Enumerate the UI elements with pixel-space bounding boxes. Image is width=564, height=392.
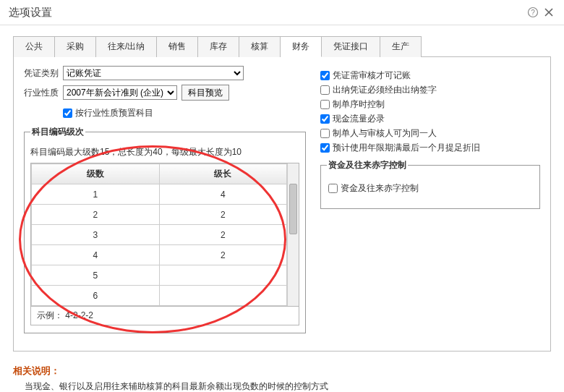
col-level-header: 级数 <box>32 164 160 184</box>
deficit-checkbox[interactable] <box>328 184 338 193</box>
option-label-1: 出纳凭证必须经由出纳签字 <box>333 84 437 96</box>
example-value: 4-2-2-2 <box>65 310 93 320</box>
tab-4[interactable]: 库存 <box>198 36 239 57</box>
subject-preview-button[interactable]: 科目预览 <box>181 85 229 101</box>
option-label-3: 现金流量必录 <box>333 113 385 125</box>
tab-7[interactable]: 凭证接口 <box>322 36 380 57</box>
table-row[interactable]: 6 <box>32 286 287 306</box>
explain-title: 相关说明： <box>13 365 564 378</box>
option-checkbox-2[interactable] <box>320 100 330 109</box>
industry-select[interactable]: 2007年新会计准则 (企业) <box>63 85 177 100</box>
deficit-check-label: 资金及往来赤字控制 <box>341 182 419 195</box>
option-checkbox-5[interactable] <box>320 143 330 153</box>
reset-by-industry-checkbox[interactable] <box>63 108 72 118</box>
option-label-5: 预计使用年限期满最后一个月提足折旧 <box>333 142 480 154</box>
cell-len[interactable]: 2 <box>159 225 287 245</box>
cell-level: 5 <box>32 265 160 286</box>
help-icon[interactable]: ? <box>525 4 541 20</box>
voucher-type-select[interactable]: 记账凭证 <box>63 66 244 80</box>
svg-text:?: ? <box>531 9 535 17</box>
cell-level: 6 <box>32 286 160 306</box>
cell-level: 2 <box>32 205 160 225</box>
explain-body: 当现金、银行以及启用往来辅助核算的科目最新余额出现负数的时候的控制方式 <box>0 380 564 392</box>
coding-table: 级数 级长 1422324256 <box>31 163 287 306</box>
option-checkbox-1[interactable] <box>320 85 330 95</box>
cell-level: 1 <box>32 184 160 205</box>
voucher-type-label: 凭证类别 <box>24 67 59 80</box>
cell-level: 3 <box>32 225 160 245</box>
tab-2[interactable]: 往来/出纳 <box>96 36 157 57</box>
table-scrollbar[interactable] <box>287 163 299 306</box>
close-icon[interactable] <box>541 4 557 20</box>
coding-level-fieldset: 科目编码级次 科目编码最大级数15，总长度为40，每级最大长度为10 级数 级长… <box>24 126 306 333</box>
option-checkbox-0[interactable] <box>320 71 330 80</box>
tab-6[interactable]: 财务 <box>281 36 322 57</box>
cell-len[interactable]: 4 <box>159 184 287 205</box>
scroll-thumb[interactable] <box>289 184 297 234</box>
col-len-header: 级长 <box>159 164 287 184</box>
tab-1[interactable]: 采购 <box>55 36 96 57</box>
cell-len[interactable] <box>159 286 287 306</box>
option-checkbox-3[interactable] <box>320 114 330 124</box>
tab-5[interactable]: 核算 <box>239 36 281 57</box>
reset-by-industry-label: 按行业性质预置科目 <box>75 107 153 119</box>
tab-0[interactable]: 公共 <box>13 36 55 57</box>
table-row[interactable]: 5 <box>32 265 287 286</box>
deficit-legend: 资金及往来赤字控制 <box>327 159 408 171</box>
cell-level: 4 <box>32 245 160 265</box>
cell-len[interactable]: 2 <box>159 205 287 225</box>
tab-3[interactable]: 销售 <box>157 36 198 57</box>
cell-len[interactable] <box>159 265 287 286</box>
option-checkbox-4[interactable] <box>320 129 330 138</box>
option-label-2: 制单序时控制 <box>333 98 385 111</box>
option-label-0: 凭证需审核才可记账 <box>333 69 411 82</box>
deficit-fieldset: 资金及往来赤字控制 资金及往来赤字控制 <box>320 159 540 209</box>
coding-legend: 科目编码级次 <box>30 126 85 138</box>
example-label: 示例： <box>37 310 63 320</box>
industry-label: 行业性质 <box>24 87 59 99</box>
table-row[interactable]: 42 <box>32 245 287 265</box>
option-label-4: 制单人与审核人可为同一人 <box>333 127 437 140</box>
cell-len[interactable]: 2 <box>159 245 287 265</box>
table-row[interactable]: 22 <box>32 205 287 225</box>
coding-info: 科目编码最大级数15，总长度为40，每级最大长度为10 <box>30 145 299 158</box>
window-title: 选项设置 <box>9 6 52 20</box>
table-row[interactable]: 14 <box>32 184 287 205</box>
table-row[interactable]: 32 <box>32 225 287 245</box>
tab-8[interactable]: 生产 <box>380 36 422 57</box>
